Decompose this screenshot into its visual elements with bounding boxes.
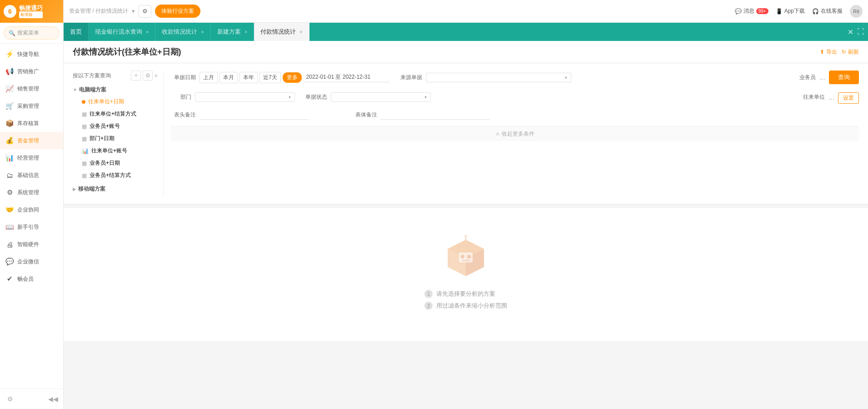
scheme-item-partner-date[interactable]: 往来单位+日期 <box>79 96 158 108</box>
scheme-item-staff-date[interactable]: ▦ 业务员+日期 <box>79 157 158 169</box>
tab-bank-flow[interactable]: 现金银行流水查询 × <box>89 23 155 41</box>
scheme-item-partner-account[interactable]: 📊 往来单位+账号 <box>79 145 158 157</box>
scheme-settings-icon[interactable]: ⚙ <box>143 71 153 81</box>
query-button[interactable]: 查询 <box>829 71 859 84</box>
dropdown-arrow-icon[interactable]: ▾ <box>132 8 135 15</box>
settings-button[interactable]: 设置 <box>838 92 859 104</box>
svg-rect-7 <box>462 260 469 261</box>
tab-payment-stats[interactable]: 付款情况统计 × <box>254 23 309 41</box>
source-select[interactable]: ▾ <box>426 73 571 82</box>
notification-badge: 99+ <box>756 8 768 14</box>
collapse-more-conditions-button[interactable]: ∧ 收起更多条件 <box>171 126 859 141</box>
header-left: 资金管理 / 付款情况统计 ▾ ⚙ 体验行业方案 <box>69 5 730 18</box>
sidebar-item-label: 资金管理 <box>17 137 39 145</box>
sidebar-item-member[interactable]: ✔ 畅会员 <box>0 270 63 288</box>
header-note-field: 表头备注 <box>171 110 309 120</box>
doc-status-select[interactable]: ▾ <box>331 92 431 102</box>
step-number-2: 2 <box>424 302 433 310</box>
sidebar-item-label: 系统管理 <box>17 189 39 197</box>
collapse-bar-text: ∧ <box>495 131 501 137</box>
header-note-input[interactable] <box>200 110 309 120</box>
svg-point-5 <box>461 255 464 258</box>
sidebar: 6 畅捷通巧 标准版 🔍 搜索菜单 ⚡ 快捷导航 📢 营销推广 📈 <box>0 0 64 409</box>
tab-home[interactable]: 首页 <box>64 23 89 41</box>
scheme-group-mobile-header[interactable]: ▶ 移动端方案 <box>73 183 158 195</box>
sidebar-item-label: 企业协同 <box>17 206 39 214</box>
scheme-title: 按以下方案查询 <box>73 72 111 80</box>
sidebar-item-hardware[interactable]: 🖨 智能硬件 <box>0 236 63 253</box>
scheme-group-desktop-header[interactable]: ▼ 电脑端方案 <box>73 84 158 96</box>
scheme-item-partner-settlement[interactable]: ▦ 往来单位+结算方式 <box>79 108 158 120</box>
sidebar-item-label: 经营管理 <box>17 154 39 162</box>
date-btn-more[interactable]: 更多 <box>283 72 302 83</box>
scheme-list-desktop: 往来单位+日期 ▦ 往来单位+结算方式 ▦ 业务员+账号 ▦ <box>73 96 158 182</box>
dept-select[interactable]: ▾ <box>195 92 295 102</box>
sidebar-nav: ⚡ 快捷导航 📢 营销推广 📈 销售管理 🛒 采购管理 📦 库存核算 💰 <box>0 44 63 389</box>
tab-close-payment-stats[interactable]: × <box>299 29 302 35</box>
download-icon: 📱 <box>776 8 783 15</box>
scheme-item-icon: ▦ <box>82 160 87 167</box>
sales-icon: 📈 <box>5 85 14 93</box>
scheme-collapse-icon[interactable]: « <box>155 72 158 79</box>
sidebar-item-label: 新手引导 <box>17 223 39 231</box>
sidebar-item-wechat[interactable]: 💬 企业微信 <box>0 253 63 270</box>
trial-button[interactable]: 体验行业方案 <box>155 5 200 18</box>
tab-close-receipt-stats[interactable]: × <box>201 29 204 35</box>
refresh-button[interactable]: ↻ 刷新 <box>842 48 859 56</box>
search-menu-button[interactable]: 🔍 搜索菜单 <box>4 26 60 40</box>
scheme-item-label: 业务员+账号 <box>90 122 120 130</box>
notifications-button[interactable]: 💬 消息 99+ <box>735 7 768 15</box>
scheme-item-staff-account[interactable]: ▦ 业务员+账号 <box>79 120 158 132</box>
footer-collapse-icon[interactable]: ◀◀ <box>47 393 60 405</box>
empty-step-1: 1 请先选择要分析的方案 <box>424 290 507 298</box>
scheme-group-desktop: ▼ 电脑端方案 往来单位+日期 ▦ 往来单位+结算方式 <box>73 84 158 182</box>
tab-close-all-icon[interactable]: ✕ <box>848 28 853 36</box>
user-avatar[interactable]: Rit <box>850 5 863 18</box>
sidebar-item-enterprise[interactable]: 🤝 企业协同 <box>0 201 63 218</box>
app-download-button[interactable]: 📱 App下载 <box>776 7 805 15</box>
scheme-group-label: 电脑端方案 <box>79 86 106 94</box>
scheme-item-icon: ▦ <box>82 136 87 142</box>
filter-row-2: 部门 ▾ 单据状态 ▾ <box>171 91 859 104</box>
date-range-input[interactable] <box>304 73 390 82</box>
step-number-1: 1 <box>424 290 433 298</box>
page-header-actions: ⬆ 导出 ↻ 刷新 <box>820 48 859 56</box>
sidebar-item-finance[interactable]: 💰 资金管理 <box>0 132 63 149</box>
sidebar-item-marketing[interactable]: 📢 营销推广 <box>0 63 63 80</box>
date-btn-last-month[interactable]: 上月 <box>200 72 218 83</box>
tab-expand-icon[interactable]: ⛶ <box>857 28 864 36</box>
scheme-panel: 按以下方案查询 + ⚙ « ▼ 电脑端方案 <box>73 71 164 197</box>
sidebar-item-quick-nav[interactable]: ⚡ 快捷导航 <box>0 45 63 63</box>
date-range-group: 上月 本月 本年 近7天 更多 <box>200 72 390 83</box>
online-service-button[interactable]: 🎧 在线客服 <box>812 7 843 15</box>
tab-new-scheme[interactable]: 新建方案 × <box>211 23 254 41</box>
date-btn-this-month[interactable]: 本月 <box>219 72 238 83</box>
marketing-icon: 📢 <box>5 67 14 76</box>
date-btn-last-7-days[interactable]: 近7天 <box>259 72 281 83</box>
sidebar-item-sales[interactable]: 📈 销售管理 <box>0 80 63 97</box>
header-settings-button[interactable]: ⚙ <box>139 5 151 18</box>
filter-row-1: 单据日期 上月 本月 本年 近7天 更多 来源单据 <box>171 71 859 84</box>
export-button[interactable]: ⬆ 导出 <box>820 48 837 56</box>
partner-ellipsis[interactable]: ... <box>828 93 834 101</box>
sidebar-item-operations[interactable]: 📊 经营管理 <box>0 149 63 167</box>
tab-close-new-scheme[interactable]: × <box>244 29 247 35</box>
footer-settings-icon[interactable]: ⚙ <box>4 393 16 405</box>
body-note-input[interactable] <box>381 110 490 120</box>
sidebar-item-purchase[interactable]: 🛒 采购管理 <box>0 97 63 115</box>
tab-receipt-stats[interactable]: 收款情况统计 × <box>155 23 210 41</box>
scheme-add-icon[interactable]: + <box>131 71 141 81</box>
main-area: 资金管理 / 付款情况统计 ▾ ⚙ 体验行业方案 💬 消息 99+ 📱 App下… <box>64 0 868 409</box>
staff-ellipsis[interactable]: ... <box>819 73 825 81</box>
empty-step-1-text: 请先选择要分析的方案 <box>436 290 495 298</box>
sidebar-item-system[interactable]: ⚙ 系统管理 <box>0 184 63 201</box>
sidebar-item-inventory[interactable]: 📦 库存核算 <box>0 115 63 132</box>
date-btn-this-year[interactable]: 本年 <box>239 72 258 83</box>
scheme-item-dept-date[interactable]: ▦ 部门+日期 <box>79 132 158 145</box>
tab-close-bank-flow[interactable]: × <box>146 29 149 35</box>
scheme-item-icon: ▦ <box>82 123 87 130</box>
scheme-item-staff-settlement[interactable]: ▦ 业务员+结算方式 <box>79 169 158 182</box>
sidebar-item-guide[interactable]: 📖 新手引导 <box>0 218 63 236</box>
filter-main: 单据日期 上月 本月 本年 近7天 更多 来源单据 <box>164 71 859 197</box>
sidebar-item-basic-info[interactable]: 🗂 基础信息 <box>0 167 63 184</box>
